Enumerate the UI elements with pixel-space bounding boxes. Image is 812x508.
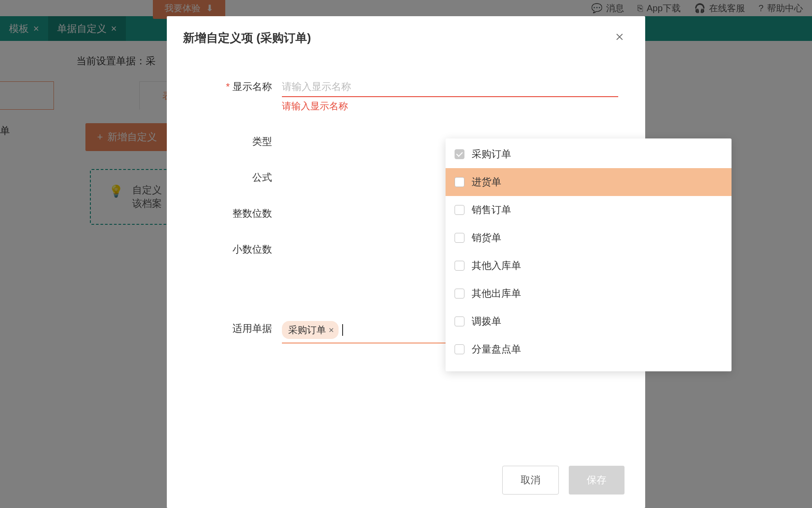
- display-name-input[interactable]: [282, 77, 618, 97]
- decimal-digits-label: 小数位数: [194, 240, 282, 256]
- modal-overlay: 新增自定义项 (采购订单) *显示名称 请输入显示名称 类型: [0, 0, 812, 508]
- type-label: 类型: [194, 132, 282, 148]
- cancel-button[interactable]: 取消: [502, 466, 559, 495]
- dropdown-item[interactable]: 其他入库单: [446, 252, 732, 280]
- dropdown-item-label: 调拨单: [472, 315, 501, 328]
- checkbox-icon[interactable]: [455, 261, 464, 271]
- required-marker: *: [226, 81, 230, 92]
- selected-tag: 采购订单 ×: [282, 321, 339, 339]
- checkbox-icon[interactable]: [455, 149, 464, 159]
- form-row-display-name: *显示名称 请输入显示名称: [194, 77, 618, 112]
- checkbox-icon[interactable]: [455, 233, 464, 243]
- dropdown-item[interactable]: 进货单: [446, 168, 732, 196]
- tag-label: 采购订单: [288, 324, 326, 336]
- dropdown-item-label: 分量盘点单: [472, 343, 521, 356]
- applicable-doc-dropdown: 采购订单进货单销售订单销货单其他入库单其他出库单调拨单分量盘点单: [446, 138, 732, 371]
- dropdown-item[interactable]: 其他出库单: [446, 280, 732, 307]
- applicable-doc-label: 适用单据: [194, 319, 282, 335]
- dropdown-item-label: 销货单: [472, 231, 501, 245]
- dropdown-item-label: 销售订单: [472, 203, 511, 217]
- dropdown-item-label: 采购订单: [472, 147, 511, 161]
- checkbox-icon[interactable]: [455, 205, 464, 215]
- dropdown-scroll[interactable]: 采购订单进货单销售订单销货单其他入库单其他出库单调拨单分量盘点单: [446, 140, 732, 370]
- dropdown-item-label: 其他出库单: [472, 287, 521, 300]
- display-name-error: 请输入显示名称: [282, 100, 618, 112]
- tag-remove-icon[interactable]: ×: [329, 325, 334, 335]
- add-custom-modal: 新增自定义项 (采购订单) *显示名称 请输入显示名称 类型: [167, 16, 645, 508]
- dropdown-item-label: 进货单: [472, 175, 501, 189]
- checkbox-icon[interactable]: [455, 289, 464, 299]
- checkbox-icon[interactable]: [455, 316, 464, 326]
- formula-label: 公式: [194, 168, 282, 184]
- dropdown-item[interactable]: 调拨单: [446, 307, 732, 335]
- dropdown-item[interactable]: 分量盘点单: [446, 335, 732, 363]
- dropdown-item[interactable]: 销货单: [446, 224, 732, 252]
- close-icon: [615, 32, 625, 42]
- int-digits-label: 整数位数: [194, 204, 282, 220]
- text-cursor: [342, 324, 343, 336]
- checkbox-icon[interactable]: [455, 177, 464, 187]
- save-button[interactable]: 保存: [569, 466, 625, 495]
- modal-title: 新增自定义项 (采购订单): [183, 30, 311, 46]
- dropdown-item[interactable]: 采购订单: [446, 140, 732, 168]
- modal-footer: 取消 保存: [167, 452, 645, 508]
- dropdown-item-label: 其他入库单: [472, 259, 521, 272]
- checkbox-icon[interactable]: [455, 344, 464, 354]
- display-name-label: 显示名称: [232, 81, 272, 92]
- dropdown-item[interactable]: 销售订单: [446, 196, 732, 224]
- dropdown-item[interactable]: [446, 363, 732, 370]
- modal-header: 新增自定义项 (采购订单): [167, 16, 645, 59]
- modal-close-button[interactable]: [610, 29, 629, 47]
